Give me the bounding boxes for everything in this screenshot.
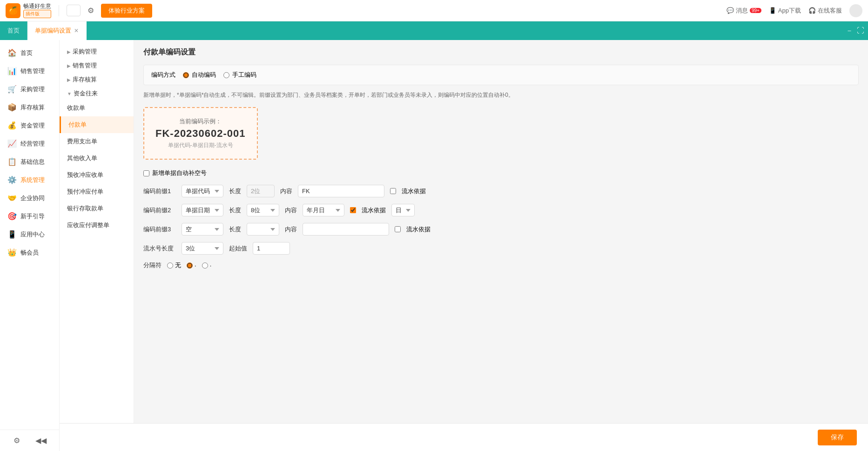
sep-none-radio[interactable]: 无 [167,261,181,269]
chevron-capital: ▼ [67,91,72,96]
prefix1-length-label: 长度 [229,187,241,195]
prefix1-length-input [247,185,275,197]
sub-nav-item-prepay-recv[interactable]: 预收冲应收单 [60,167,134,183]
form-row-prefix2: 编码前缀2 单据日期 长度 8位 内容 年月日 流水依据 日 [143,204,859,216]
sub-nav-group-label-capital: 资金往来 [74,89,98,98]
manual-encode-input[interactable] [223,72,229,78]
prefix2-content-label: 内容 [285,206,297,215]
auto-encode-radio[interactable]: 自动编码 [183,71,216,79]
start-value-label: 起始值 [229,244,247,253]
sub-nav-item-adjust[interactable]: 应收应付调整单 [60,217,134,234]
hint-text: 新增单据时，*单据编码*自动生成，不可编辑。前缀设置为部门、业务员等档案类，开单… [143,91,859,100]
auto-encode-input[interactable] [183,72,189,78]
form-row-prefix1: 编码前缀1 单据代码 长度 内容 流水依据 [143,185,859,197]
sub-nav-group-capital[interactable]: ▼ 资金往来 [60,86,134,100]
app-download-item[interactable]: 📱 App下载 [769,7,801,15]
tab-close-icon[interactable]: ✕ [74,27,79,34]
member-icon: 👑 [7,248,17,257]
collapse-icon[interactable]: ◀◀ [35,436,47,445]
prefix2-length-select[interactable]: 8位 [247,204,279,216]
prefix2-content-select[interactable]: 年月日 [303,204,344,216]
sep-dot2-radio[interactable]: · [202,262,212,269]
preview-desc: 单据代码-单据日期-流水号 [155,141,246,149]
auto-fill-row: 新增单据自动补空号 [143,169,859,177]
sub-nav-item-bank[interactable]: 银行存取款单 [60,200,134,217]
user-avatar[interactable] [849,4,862,17]
prefix3-watermark-checkbox[interactable] [395,226,401,232]
sidebar-item-finance[interactable]: 💰 资金管理 [0,116,59,135]
sidebar-label-basic: 基础信息 [20,158,45,166]
sidebar-label-operation: 经营管理 [20,140,45,148]
sidebar-item-guide[interactable]: 🎯 新手引导 [0,207,59,225]
prefix3-label: 编码前缀3 [143,225,176,234]
main-layout: 🏠 首页 📊 销售管理 🛒 采购管理 📦 库存核算 💰 资金管理 📈 经营管理 … [0,40,868,451]
auto-fill-checkbox[interactable] [143,170,149,176]
finance-icon: 💰 [7,121,17,130]
content-wrapper: ▶ 采购管理 ▶ 销售管理 ▶ 库存核算 ▼ 资金往来 收款单 [60,40,868,451]
sep-dot-radio[interactable]: · [187,262,196,269]
sidebar-label-finance: 资金管理 [20,121,45,130]
prefix3-watermark-label: 流水依据 [406,225,431,234]
prefix2-period-select[interactable]: 日 [391,204,415,216]
sub-nav-expense-label: 费用支出单 [67,137,97,146]
sub-nav-group-sales[interactable]: ▶ 销售管理 [60,58,134,72]
sidebar-item-home[interactable]: 🏠 首页 [0,44,59,62]
sidebar-item-basic[interactable]: 📋 基础信息 [0,153,59,171]
sep-dot-input[interactable] [187,263,193,269]
sidebar-label-system: 系统管理 [20,176,45,184]
sidebar-item-enterprise[interactable]: 🤝 企业协同 [0,189,59,207]
settings-bottom-icon[interactable]: ⚙ [13,436,20,445]
serial-length-select[interactable]: 3位 [182,242,223,255]
sub-nav-item-payment[interactable]: 付款单 [60,116,134,133]
prefix3-length-select[interactable] [247,223,279,236]
basic-icon: 📋 [7,157,17,166]
sidebar-label-home: 首页 [20,49,33,57]
sub-nav: ▶ 采购管理 ▶ 销售管理 ▶ 库存核算 ▼ 资金往来 收款单 [60,40,134,423]
sub-nav-receipt-label: 收款单 [67,104,85,112]
sub-nav-item-expense[interactable]: 费用支出单 [60,133,134,150]
start-value-input[interactable] [253,242,290,255]
sub-nav-item-prepay-pay[interactable]: 预付冲应付单 [60,183,134,200]
sep-dot2-input[interactable] [202,263,208,269]
prefix2-watermark-checkbox[interactable] [350,207,356,213]
message-icon: 💬 [727,7,734,14]
save-button[interactable]: 保存 [818,430,857,445]
sep-none-input[interactable] [167,263,173,269]
sidebar-item-sales[interactable]: 📊 销售管理 [0,62,59,80]
prefix1-content-input[interactable] [298,185,384,197]
sub-nav-group-purchase[interactable]: ▶ 采购管理 [60,44,134,58]
breadcrumb-select[interactable] [67,5,81,16]
prefix1-content-label: 内容 [280,187,292,195]
trial-button[interactable]: 体验行业方案 [101,4,152,18]
tab-home[interactable]: 首页 [0,21,27,40]
prefix1-select[interactable]: 单据代码 [182,185,223,197]
service-icon: 🎧 [808,7,816,14]
sub-nav-item-other-income[interactable]: 其他收入单 [60,150,134,167]
sidebar-item-operation[interactable]: 📈 经营管理 [0,135,59,153]
tab-encode-settings[interactable]: 单据编码设置 ✕ [27,21,87,40]
chevron-sales: ▶ [67,63,71,68]
sub-nav-item-receipt[interactable]: 收款单 [60,100,134,116]
sidebar-item-purchase[interactable]: 🛒 采购管理 [0,80,59,98]
sidebar: 🏠 首页 📊 销售管理 🛒 采购管理 📦 库存核算 💰 资金管理 📈 经营管理 … [0,40,60,451]
sidebar-item-app[interactable]: 📱 应用中心 [0,225,59,243]
sidebar-item-system[interactable]: ⚙️ 系统管理 [0,171,59,189]
service-item[interactable]: 🎧 在线客服 [808,7,842,15]
minimize-icon[interactable]: － [846,26,853,36]
prefix3-select[interactable]: 空 [182,223,223,236]
sidebar-label-member: 畅会员 [20,249,39,257]
sidebar-item-inventory[interactable]: 📦 库存核算 [0,98,59,116]
manual-encode-radio[interactable]: 手工编码 [223,71,256,79]
gear-button[interactable]: ⚙ [84,4,97,17]
message-item[interactable]: 💬 消息 99+ [727,7,761,15]
sub-nav-group-inventory[interactable]: ▶ 库存核算 [60,72,134,86]
prefix2-select[interactable]: 单据日期 [182,204,223,216]
expand-icon[interactable]: ⛶ [857,27,864,35]
purchase-icon: 🛒 [7,85,17,94]
sidebar-item-member[interactable]: 👑 畅会员 [0,243,59,262]
prefix1-watermark-checkbox[interactable] [390,188,396,194]
sidebar-label-guide: 新手引导 [20,212,45,221]
tabbar: 首页 单据编码设置 ✕ － ⛶ [0,21,868,40]
app-center-icon: 📱 [7,230,17,239]
prefix3-content-input[interactable] [303,223,389,236]
